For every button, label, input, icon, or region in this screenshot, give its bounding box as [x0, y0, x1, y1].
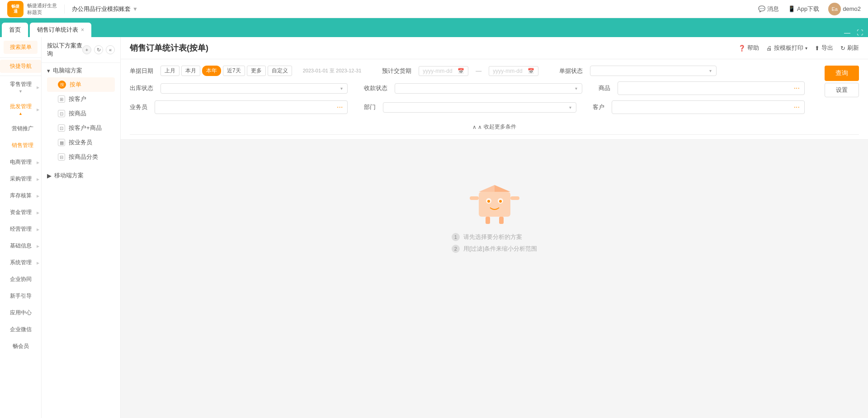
- sidebar-item-system[interactable]: 系统管理: [0, 254, 41, 271]
- scheme-refresh-button[interactable]: ↻: [94, 45, 103, 54]
- sidebar-item-finance[interactable]: 资金管理: [0, 204, 41, 221]
- sidebar-item-enterprise[interactable]: 企业协同: [0, 271, 41, 288]
- message-button[interactable]: 💬 消息: [758, 5, 779, 13]
- sidebar-item-wholesale[interactable]: 批发管理 ▲: [0, 98, 41, 120]
- tab-home[interactable]: 首页: [2, 23, 28, 37]
- sidebar-search-section: 搜索菜单: [0, 37, 41, 58]
- user-menu[interactable]: Ea demo2: [828, 3, 861, 15]
- tab-sales-order-stats[interactable]: 销售订单统计表 ×: [30, 23, 91, 37]
- scheme-panel-header: 按以下方案查询 + ↻ «: [42, 37, 120, 63]
- scheme-mobile-arrow-icon: ▶: [47, 172, 52, 179]
- scheme-item-by-goods[interactable]: ⊡ 按商品: [47, 106, 115, 121]
- sidebar-item-member[interactable]: 畅会员: [0, 338, 41, 355]
- sidebar-item-base[interactable]: 基础信息: [0, 238, 41, 254]
- calendar-icon-to: 📅: [528, 68, 534, 74]
- sidebar-retail-arrow: ▼: [19, 89, 23, 94]
- customer-field[interactable]: ···: [612, 100, 805, 114]
- print-button[interactable]: 🖨 按模板打印 ▾: [766, 44, 807, 52]
- scheme-collapse-button[interactable]: «: [106, 45, 115, 54]
- sidebar-item-wechat[interactable]: 企业微信: [0, 321, 41, 338]
- goods-label: 商品: [599, 84, 610, 92]
- query-buttons: 查询 设置: [825, 66, 859, 97]
- tab-maximize-button[interactable]: ⛶: [855, 28, 864, 37]
- settings-button[interactable]: 设置: [825, 83, 859, 97]
- sidebar-item-sales[interactable]: 销售管理: [0, 137, 41, 154]
- export-button[interactable]: ⬆ 导出: [815, 44, 833, 52]
- scheme-category-mobile-header[interactable]: ▶ 移动端方案: [47, 171, 115, 180]
- expected-date-from[interactable]: yyyy-mm-dd 📅: [419, 66, 468, 76]
- date-btn-custom[interactable]: 自定义: [268, 66, 292, 76]
- sidebar: 搜索菜单 快捷导航 零售管理 ▼ 批发管理 ▲ 营销推广 销售管理 电商管理 采…: [0, 37, 42, 418]
- user-label: demo2: [843, 5, 861, 12]
- page-title: 销售订单统计表(按单): [130, 43, 208, 53]
- sidebar-item-ecommerce[interactable]: 电商管理: [0, 154, 41, 171]
- salesperson-dots-icon[interactable]: ···: [337, 103, 343, 111]
- payment-status-select[interactable]: ▾: [395, 83, 582, 94]
- step-1-circle: 1: [452, 233, 460, 241]
- sidebar-item-marketing[interactable]: 营销推广: [0, 120, 41, 137]
- salesperson-field[interactable]: ···: [155, 100, 348, 114]
- scheme-salesperson-icon: ▦: [58, 139, 65, 146]
- help-button[interactable]: ❓ 帮助: [738, 44, 759, 52]
- date-btn-7days[interactable]: 近7天: [223, 66, 245, 76]
- scheme-item-by-customer-goods[interactable]: ⊡ 按客户+商品: [47, 121, 115, 135]
- scheme-item-by-category[interactable]: ⊟ 按商品分类: [47, 150, 115, 164]
- refresh-button[interactable]: ↻ 刷新: [840, 44, 859, 52]
- svg-rect-0: [479, 192, 510, 217]
- scheme-item-by-goods-label: 按商品: [69, 109, 86, 118]
- goods-field[interactable]: ···: [618, 81, 805, 95]
- sidebar-item-purchase[interactable]: 采购管理: [0, 171, 41, 187]
- filter-section: 单据日期 上月 本月 本年 近7天 更多 自定义 2023-01-01 至 20…: [121, 59, 868, 140]
- date-btn-this-year[interactable]: 本年: [202, 66, 221, 76]
- customer-dots-icon[interactable]: ···: [794, 103, 800, 111]
- scheme-item-by-order[interactable]: 按 按单: [47, 77, 115, 92]
- sidebar-item-retail[interactable]: 零售管理 ▼: [0, 76, 41, 98]
- scheme-panel-icons: + ↻ «: [82, 45, 115, 54]
- tab-minimize-button[interactable]: —: [843, 28, 852, 37]
- date-btn-last-month[interactable]: 上月: [160, 66, 179, 76]
- collapse-button[interactable]: ∧ ∧ 收起更多条件: [472, 123, 516, 131]
- goods-dots-icon[interactable]: ···: [794, 84, 800, 92]
- date-range: 2023-01-01 至 2023-12-31: [303, 67, 362, 74]
- sidebar-system-label: 系统管理: [10, 259, 32, 266]
- sidebar-wechat-label: 企业微信: [10, 326, 32, 333]
- sidebar-appcenter-label: 应用中心: [10, 309, 32, 317]
- help-icon: ❓: [738, 45, 745, 52]
- department-select[interactable]: ▾: [383, 102, 576, 113]
- expected-date-label: 预计交货期: [382, 67, 411, 75]
- sidebar-search-button[interactable]: 搜索菜单: [4, 41, 38, 54]
- workspace-arrow-icon: ▼: [132, 6, 138, 12]
- scheme-category-mobile-label: 移动端方案: [54, 171, 84, 180]
- svg-point-3: [487, 200, 490, 203]
- scheme-category-desktop-header[interactable]: ▾ 电脑端方案: [47, 66, 115, 75]
- sidebar-item-newbie[interactable]: 新手引导: [0, 288, 41, 304]
- sidebar-retail-label: 零售管理: [10, 81, 32, 88]
- scheme-item-by-customer-goods-label: 按客户+商品: [69, 124, 102, 132]
- help-label: 帮助: [747, 44, 759, 52]
- avatar: Ea: [828, 3, 841, 15]
- sidebar-item-appcenter[interactable]: 应用中心: [0, 304, 41, 321]
- tab-close-icon[interactable]: ×: [81, 27, 84, 33]
- sidebar-item-inventory[interactable]: 库存核算: [0, 187, 41, 204]
- order-status-select[interactable]: ▾: [590, 66, 717, 76]
- sidebar-finance-label: 资金管理: [10, 209, 32, 216]
- export-icon: ⬆: [815, 45, 820, 52]
- scheme-item-by-salesperson[interactable]: ▦ 按业务员: [47, 135, 115, 150]
- scheme-item-by-salesperson-label: 按业务员: [69, 138, 92, 147]
- date-btn-this-month[interactable]: 本月: [181, 66, 200, 76]
- sidebar-base-label: 基础信息: [10, 242, 32, 250]
- scheme-customer-icon: ⊞: [58, 95, 65, 103]
- scheme-add-button[interactable]: +: [82, 45, 91, 54]
- app-download-button[interactable]: 📱 App下载: [788, 5, 819, 13]
- expected-date-to[interactable]: yyyy-mm-dd 📅: [489, 66, 538, 76]
- collapse-area: ∧ ∧ 收起更多条件: [130, 119, 859, 135]
- query-button[interactable]: 查询: [825, 66, 859, 81]
- date-btn-more[interactable]: 更多: [247, 66, 266, 76]
- sidebar-quicknav-button[interactable]: 快捷导航: [0, 60, 41, 73]
- calendar-icon-from: 📅: [458, 68, 464, 74]
- scheme-item-by-order-label: 按单: [70, 81, 81, 89]
- delivery-status-select[interactable]: ▾: [160, 83, 348, 94]
- workspace-selector[interactable]: 办公用品行业模拟账套 ▼: [72, 5, 138, 13]
- scheme-item-by-customer[interactable]: ⊞ 按客户: [47, 92, 115, 106]
- sidebar-item-operations[interactable]: 经营管理: [0, 221, 41, 238]
